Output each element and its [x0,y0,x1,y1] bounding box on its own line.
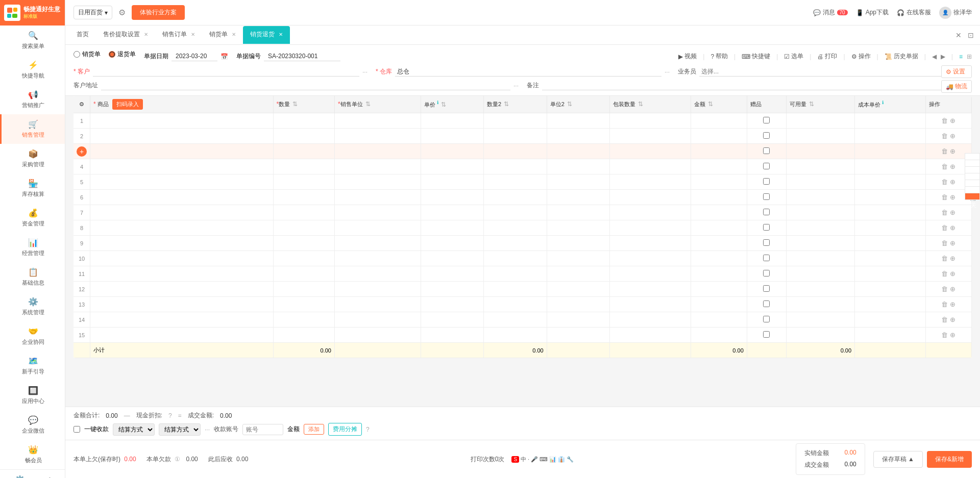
sidebar-item-apps[interactable]: 🔲 应用中心 [0,381,65,410]
copy-row-icon[interactable]: ⊕ [950,316,955,323]
sidebar-item-member[interactable]: 👑 畅会员 [0,440,65,469]
pack-qty-cell[interactable] [610,129,691,144]
product-input[interactable] [93,117,270,124]
delete-row-icon[interactable]: 🗑 [941,147,948,155]
unit2-cell-active[interactable] [547,144,610,159]
copy-row-icon[interactable]: ⊕ [950,209,955,216]
amount-cell[interactable] [691,113,747,129]
customer-input[interactable] [93,67,359,77]
salesperson-input[interactable] [699,67,964,77]
sidebar-item-enterprise[interactable]: 🤝 企业协同 [0,321,65,351]
calculation-method-select[interactable]: 结算方式 [159,423,201,436]
messages-btn[interactable]: 💬 消息 70 [813,8,848,17]
date-input[interactable]: 2023-03-20 [172,52,217,61]
logistics-btn[interactable]: 🚚 物流 [941,80,972,93]
sidebar-item-operations[interactable]: 📊 经营管理 [0,233,65,262]
discount-info-icon[interactable]: ? [168,412,172,419]
print-btn[interactable]: 🖨 打印 [817,52,837,61]
video-btn[interactable]: ▶ 视频 [678,52,697,61]
address-dots-btn[interactable]: ··· [513,82,519,89]
scan-btn[interactable]: 扫码录入 [112,99,143,110]
col-unit-price[interactable]: 单价 ℹ ⇅ [421,96,483,113]
right-float-history[interactable]: 往 [965,160,980,166]
sidebar-item-purchase[interactable]: 📦 采购管理 [0,144,65,173]
copy-row-icon[interactable]: ⊕ [950,255,955,262]
right-float-attachment[interactable]: 附 [965,186,980,193]
col-pack-qty[interactable]: 包装数量 ⇅ [610,96,691,113]
tab-sales-close[interactable]: ✕ [232,32,236,37]
unit-price-cell-active[interactable] [421,144,483,159]
delete-row-icon[interactable]: 🗑 [941,285,948,293]
tab-sales[interactable]: 销货单 ✕ [202,26,243,44]
tab-sales-return-close[interactable]: ✕ [279,32,283,37]
copy-row-icon[interactable]: ⊕ [950,132,955,140]
tab-price-setting[interactable]: 售价提取设置 ✕ [96,26,155,44]
sidebar-item-system[interactable]: ⚙️ 系统管理 [0,292,65,321]
warehouse-input[interactable] [395,67,662,77]
one-key-payment-checkbox[interactable] [74,426,80,433]
gift-cell[interactable] [747,129,786,144]
col-unit2[interactable]: 单位2 ⇅ [547,96,610,113]
copy-row-icon[interactable]: ⊕ [950,224,955,232]
sidebar-item-finance[interactable]: 💰 资金管理 [0,203,65,233]
prev-btn[interactable]: ◀ [932,53,937,60]
calendar-icon[interactable]: 📅 [220,53,228,60]
sidebar-item-wechat[interactable]: 💬 企业微信 [0,410,65,440]
copy-row-icon[interactable]: ⊕ [950,331,955,339]
copy-row-icon[interactable]: ⊕ [950,300,955,308]
copy-row-icon[interactable]: ⊕ [950,163,955,170]
unit-price-cell[interactable] [421,129,483,144]
settings-btn[interactable]: ⚙ 设置 [941,65,972,78]
warehouse-dots-btn[interactable]: ··· [665,68,670,76]
delete-row-icon[interactable]: 🗑 [941,163,948,170]
right-float-receipt[interactable]: 收 [965,180,980,186]
sidebar-item-marketing[interactable]: 📢 营销推广 [0,85,65,114]
delete-row-icon[interactable]: 🗑 [941,255,948,262]
sales-unit-cell-active[interactable] [334,144,421,159]
select-btn[interactable]: ☑ 选单 [784,52,803,61]
copy-row-icon[interactable]: ⊕ [950,178,955,186]
sidebar-item-inventory[interactable]: 🏪 库存核算 [0,173,65,203]
quantity-cell[interactable] [273,129,334,144]
quantity-cell-active[interactable] [273,144,334,159]
operation-btn[interactable]: ⚙ 操作 [851,52,871,61]
customer-dots-btn[interactable]: ··· [362,68,368,76]
grid-view-icon[interactable]: ⊞ [967,53,972,60]
tab-sales-order-close[interactable]: ✕ [191,32,195,37]
trial-btn[interactable]: 体验行业方案 [132,5,185,20]
unit-price-cell[interactable] [421,113,483,129]
quantity2-cell[interactable] [484,113,547,129]
save-draft-btn[interactable]: 保存草稿 ▲ [873,451,923,468]
tab-sales-order[interactable]: 销售订单 ✕ [155,26,202,44]
sidebar-item-basic[interactable]: 📋 基础信息 [0,262,65,292]
help-btn[interactable]: ? 帮助 [710,52,728,61]
quantity2-cell[interactable] [484,129,547,144]
delete-row-icon[interactable]: 🗑 [941,132,948,140]
amount-cell[interactable] [691,129,747,144]
next-btn[interactable]: ▶ [941,53,945,60]
delete-row-icon[interactable]: 🗑 [941,117,948,124]
delete-row-icon[interactable]: 🗑 [941,224,948,232]
copy-row-icon[interactable]: ⊕ [950,239,955,247]
delete-row-icon[interactable]: 🗑 [941,300,948,308]
gift-cell-active[interactable] [747,144,786,159]
copy-row-icon[interactable]: ⊕ [950,193,955,201]
history-btn[interactable]: 📜 历史单据 [885,52,918,61]
right-float-related[interactable]: 关 [965,193,980,200]
app-download-btn[interactable]: 📱 App下载 [856,8,889,17]
sidebar-item-shortcut[interactable]: ⚡ 快捷导航 [0,55,65,85]
right-float-inventory[interactable]: 库 [965,166,980,173]
col-settings[interactable]: ⚙ [74,96,90,113]
col-quantity[interactable]: *数量 ⇅ [273,96,334,113]
sidebar-item-sales[interactable]: 🛒 销售管理 [0,114,65,144]
col-quantity2[interactable]: 数量2 ⇅ [484,96,547,113]
tab-home[interactable]: 首页 [69,26,96,44]
sales-order-radio[interactable]: 销货单 [74,50,101,59]
col-amount[interactable]: 金额 ⇅ [691,96,747,113]
delete-row-icon[interactable]: 🗑 [941,178,948,186]
minimize-btn[interactable]: ✕ [953,30,964,40]
settlement-method-select[interactable]: 结算方式 [113,423,155,436]
product-cell[interactable] [90,144,274,159]
add-payment-btn[interactable]: 添加 [304,424,324,435]
user-avatar[interactable]: 👤 徐泽华 [939,7,972,19]
